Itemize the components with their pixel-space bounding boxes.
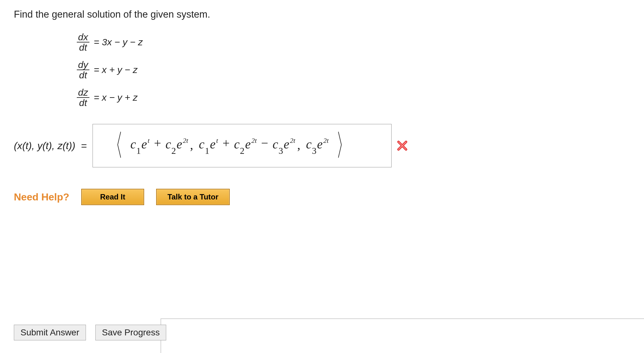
term-c2-e2t: c 2 e 2t — [166, 137, 188, 152]
equation-3: dz dt = x − y + z — [77, 84, 630, 111]
equation-rhs: = 3x − y − z — [94, 37, 143, 48]
subscript-2: 2 — [172, 146, 176, 156]
divider — [161, 318, 644, 319]
equation-2: dy dt = x + y − z — [77, 56, 630, 84]
superscript-2t: 2t — [323, 137, 329, 145]
superscript-t: t — [148, 137, 150, 145]
fraction-num: dz — [77, 87, 89, 98]
comma: , — [297, 137, 300, 152]
fraction-den: dt — [78, 42, 88, 53]
c-symbol: c — [199, 137, 205, 152]
superscript-2t: 2t — [251, 137, 257, 145]
e-symbol: e — [141, 137, 147, 152]
fraction-dy-dt: dy dt — [77, 60, 89, 80]
read-it-button[interactable]: Read It — [81, 189, 144, 205]
equals-sign: = — [81, 140, 87, 152]
incorrect-icon — [397, 140, 408, 151]
e-symbol: e — [284, 137, 289, 152]
question-prompt: Find the general solution of the given s… — [14, 9, 630, 20]
system-equations: dx dt = 3x − y − z dy dt = x + y − z dz … — [77, 28, 630, 111]
equation-rhs: = x + y − z — [94, 64, 138, 75]
fraction-num: dx — [77, 32, 89, 42]
c-symbol: c — [273, 137, 278, 152]
e-symbol: e — [245, 137, 251, 152]
superscript-2t: 2t — [290, 137, 295, 145]
equation-rhs: = x − y + z — [94, 92, 138, 103]
c-symbol: c — [130, 137, 136, 152]
left-angle-bracket-icon: 〈 — [108, 135, 123, 156]
term-c1-et: c 1 e t — [199, 137, 218, 152]
answer-row: (x(t), y(t), z(t)) = 〈 c 1 e t + c 2 e 2… — [14, 124, 630, 167]
subscript-1: 1 — [136, 146, 141, 156]
fraction-den: dt — [78, 70, 88, 80]
superscript-2t: 2t — [183, 137, 188, 145]
answer-lhs: (x(t), y(t), z(t)) — [14, 140, 75, 152]
term-c3-e2t: c 3 e 2t — [273, 137, 295, 152]
c-symbol: c — [306, 137, 312, 152]
e-symbol: e — [177, 137, 182, 152]
plus-sign: + — [154, 136, 161, 150]
superscript-t: t — [216, 137, 218, 145]
e-symbol: e — [210, 137, 216, 152]
question-page: Find the general solution of the given s… — [0, 0, 644, 353]
subscript-3: 3 — [312, 146, 316, 156]
minus-sign: − — [261, 136, 268, 150]
answer-input[interactable]: 〈 c 1 e t + c 2 e 2t , — [93, 124, 392, 167]
answer-expression: c 1 e t + c 2 e 2t , c 1 e — [130, 137, 329, 152]
fraction-dz-dt: dz dt — [77, 87, 89, 108]
save-progress-button[interactable]: Save Progress — [95, 325, 167, 340]
subscript-3: 3 — [279, 146, 283, 156]
term-c2-e2t: c 2 e 2t — [234, 137, 257, 152]
right-angle-bracket-icon: 〉 — [336, 135, 351, 156]
c-symbol: c — [166, 137, 171, 152]
action-bar: Submit Answer Save Progress — [14, 325, 166, 340]
fraction-den: dt — [78, 98, 88, 108]
need-help-row: Need Help? Read It Talk to a Tutor — [14, 189, 630, 205]
fraction-num: dy — [77, 60, 89, 70]
submit-answer-button[interactable]: Submit Answer — [14, 325, 86, 340]
e-symbol: e — [317, 137, 323, 152]
comma: , — [190, 137, 193, 152]
term-c3-e2t: c 3 e 2t — [306, 137, 329, 152]
subscript-2: 2 — [240, 146, 244, 156]
c-symbol: c — [234, 137, 240, 152]
fraction-dx-dt: dx dt — [77, 32, 89, 53]
equation-1: dx dt = 3x − y − z — [77, 28, 630, 56]
need-help-label: Need Help? — [14, 191, 69, 203]
subscript-1: 1 — [205, 146, 209, 156]
term-c1-et: c 1 e t — [130, 137, 150, 152]
talk-to-tutor-button[interactable]: Talk to a Tutor — [156, 189, 230, 205]
plus-sign: + — [223, 136, 230, 150]
